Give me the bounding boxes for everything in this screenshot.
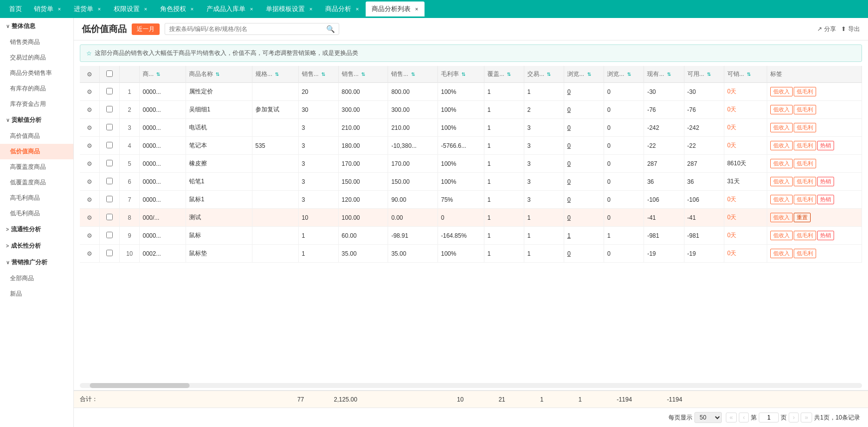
sidebar-item-高覆盖度商品[interactable]: 高覆盖度商品 xyxy=(0,159,73,175)
row-tags: 低收入低毛利热销 xyxy=(767,137,862,155)
row-checkbox[interactable] xyxy=(106,232,113,238)
row-browse1: 1 xyxy=(564,227,604,245)
export-button[interactable]: ⬆ 导出 xyxy=(841,25,860,33)
row-current-stock: -30 xyxy=(644,83,684,101)
prev-page-button[interactable]: ‹ xyxy=(739,413,749,423)
browse1-link[interactable]: 0 xyxy=(567,214,571,221)
tag: 低毛利 xyxy=(794,87,816,96)
search-input[interactable] xyxy=(169,25,323,32)
sidebar-group-整体信息[interactable]: ∨ 整体信息 xyxy=(0,18,73,34)
browse1-link[interactable]: 0 xyxy=(567,106,571,113)
nav-tab-产成品入库单[interactable]: 产成品入库单 × xyxy=(201,1,259,16)
page-size-select[interactable]: 50 100 200 xyxy=(694,412,722,423)
browse1-link[interactable]: 0 xyxy=(567,88,571,95)
row-checkbox[interactable] xyxy=(106,250,113,256)
col-sales-cost[interactable]: 销售... ⇅ xyxy=(388,66,438,83)
row-settings[interactable]: ⚙ xyxy=(80,155,100,173)
sidebar-item-商品分类销售率[interactable]: 商品分类销售率 xyxy=(0,65,73,81)
row-settings[interactable]: ⚙ xyxy=(80,83,100,101)
col-sellable[interactable]: 可销... ⇅ xyxy=(724,66,767,83)
col-gross-rate[interactable]: 毛利率 ⇅ xyxy=(437,66,484,83)
browse1-link[interactable]: 0 xyxy=(567,160,571,167)
row-current-stock: -19 xyxy=(644,245,684,263)
sidebar-item-高价值商品[interactable]: 高价值商品 xyxy=(0,128,73,144)
row-checkbox[interactable] xyxy=(106,142,113,148)
col-code[interactable]: 商... ⇅ xyxy=(139,66,186,83)
col-current-stock[interactable]: 现有... ⇅ xyxy=(644,66,684,83)
col-available[interactable]: 可用... ⇅ xyxy=(684,66,724,83)
row-checkbox[interactable] xyxy=(106,214,113,220)
sidebar-item-库存资金占用[interactable]: 库存资金占用 xyxy=(0,96,73,112)
sidebar-group-营销推广分析[interactable]: ∨ 营销推广分析 xyxy=(0,254,73,271)
col-browse1[interactable]: 浏览... ⇅ xyxy=(564,66,604,83)
filter-button[interactable]: 近一月 xyxy=(132,23,160,35)
nav-tab-权限设置[interactable]: 权限设置 × xyxy=(108,1,153,16)
row-settings[interactable]: ⚙ xyxy=(80,191,100,209)
col-spec[interactable]: 规格... ⇅ xyxy=(252,66,298,83)
nav-tab-角色授权[interactable]: 角色授权 × xyxy=(154,1,200,16)
col-browse2[interactable]: 浏览... ⇅ xyxy=(604,66,644,83)
sidebar-group-成长性分析[interactable]: > 成长性分析 xyxy=(0,238,73,254)
row-checkbox-cell xyxy=(100,101,120,119)
table-container[interactable]: ⚙ 商... ⇅ 商品名称 ⇅ 规格... ⇅ 销售... ⇅ 销售... ⇅ … xyxy=(74,66,868,383)
sidebar-item-全部商品[interactable]: 全部商品 xyxy=(0,271,73,286)
row-settings[interactable]: ⚙ xyxy=(80,173,100,191)
row-checkbox[interactable] xyxy=(106,178,113,184)
row-settings[interactable]: ⚙ xyxy=(80,119,100,137)
col-trade[interactable]: 交易... ⇅ xyxy=(524,66,564,83)
sidebar-item-低毛利商品[interactable]: 低毛利商品 xyxy=(0,206,73,221)
nav-tab-进货单[interactable]: 进货单 × xyxy=(68,1,107,16)
browse1-link[interactable]: 0 xyxy=(567,124,571,131)
sidebar-item-新品[interactable]: 新品 xyxy=(0,286,73,302)
row-settings[interactable]: ⚙ xyxy=(80,209,100,227)
nav-tab-单据模板设置[interactable]: 单据模板设置 × xyxy=(260,1,318,16)
row-gross-rate: 100% xyxy=(437,173,484,191)
sidebar-item-低价值商品[interactable]: 低价值商品 xyxy=(0,144,73,159)
col-checkbox[interactable] xyxy=(100,66,120,83)
search-icon[interactable]: 🔍 xyxy=(326,25,335,33)
col-sales-qty[interactable]: 销售... ⇅ xyxy=(298,66,338,83)
sidebar-item-低覆盖度商品[interactable]: 低覆盖度商品 xyxy=(0,175,73,190)
row-checkbox[interactable] xyxy=(106,196,113,202)
nav-tab-商品分析列表[interactable]: 商品分析列表 × xyxy=(366,1,424,16)
nav-tab-商品分析[interactable]: 商品分析 × xyxy=(319,1,365,16)
first-page-button[interactable]: « xyxy=(726,413,737,423)
row-settings[interactable]: ⚙ xyxy=(80,245,100,263)
row-settings[interactable]: ⚙ xyxy=(80,227,100,245)
horizontal-scrollbar[interactable] xyxy=(80,383,862,388)
row-coverage: 1 xyxy=(484,137,524,155)
col-sales-amount[interactable]: 销售... ⇅ xyxy=(338,66,388,83)
sidebar-item-有库存的商品[interactable]: 有库存的商品 xyxy=(0,81,73,96)
col-coverage[interactable]: 覆盖... ⇅ xyxy=(484,66,524,83)
scroll-thumb[interactable] xyxy=(90,383,190,388)
row-sales-cost: -98.91 xyxy=(388,227,438,245)
row-checkbox[interactable] xyxy=(106,106,113,112)
row-settings[interactable]: ⚙ xyxy=(80,137,100,155)
select-all-checkbox[interactable] xyxy=(106,70,113,77)
browse1-link[interactable]: 0 xyxy=(567,142,571,149)
next-page-button[interactable]: › xyxy=(789,413,799,423)
col-settings[interactable]: ⚙ xyxy=(80,66,100,83)
sidebar-item-高毛利商品[interactable]: 高毛利商品 xyxy=(0,190,73,206)
sidebar-group-贡献值分析[interactable]: ∨ 贡献值分析 xyxy=(0,112,73,128)
browse1-link[interactable]: 1 xyxy=(567,232,571,239)
share-button[interactable]: ↗ 分享 xyxy=(817,25,836,33)
col-name[interactable]: 商品名称 ⇅ xyxy=(186,66,252,83)
browse1-link[interactable]: 0 xyxy=(567,178,571,185)
browse1-link[interactable]: 0 xyxy=(567,196,571,203)
nav-home[interactable]: 首页 xyxy=(4,1,27,16)
row-name: 测试 xyxy=(186,209,252,227)
row-checkbox[interactable] xyxy=(106,124,113,130)
last-page-button[interactable]: » xyxy=(801,413,812,423)
row-sales-qty: 30 xyxy=(298,101,338,119)
sidebar-group-流通性分析[interactable]: > 流通性分析 xyxy=(0,221,73,238)
row-checkbox[interactable] xyxy=(106,88,113,94)
row-checkbox[interactable] xyxy=(106,160,113,166)
nav-tab-销货单[interactable]: 销货单 × xyxy=(28,1,67,16)
page-number-input[interactable] xyxy=(759,413,779,423)
sidebar-item-销售类商品[interactable]: 销售类商品 xyxy=(0,34,73,50)
browse1-link[interactable]: 0 xyxy=(567,250,571,257)
sidebar-item-交易过的商品[interactable]: 交易过的商品 xyxy=(0,50,73,65)
row-settings[interactable]: ⚙ xyxy=(80,101,100,119)
row-spec xyxy=(252,83,298,101)
